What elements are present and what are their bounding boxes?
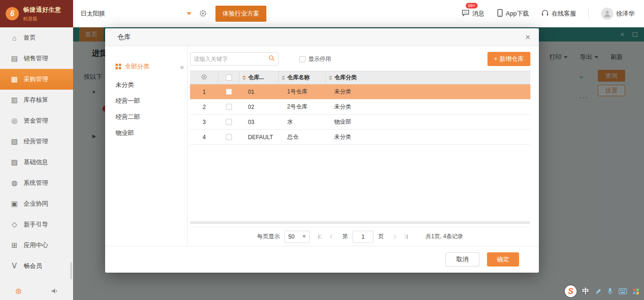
sogou-logo-icon[interactable]: S: [565, 285, 577, 297]
messages-button[interactable]: 99+ 消息: [462, 9, 485, 18]
cell-name: 2号仓库: [279, 100, 326, 114]
table-row[interactable]: 4 DEFAULT 总仓 未分类: [190, 130, 530, 145]
app-download-button[interactable]: App下载: [497, 9, 529, 18]
base-info-icon: ▨: [10, 158, 18, 167]
category-item[interactable]: 经营二部: [105, 109, 187, 125]
sidebar-item-funds[interactable]: ◎ 资金管理: [0, 110, 73, 131]
table-row[interactable]: 1 01 1号仓库 未分类: [190, 84, 530, 100]
page-number-input[interactable]: [353, 231, 373, 243]
table-header-row: 仓库... 仓库名称 仓库分类: [190, 71, 530, 84]
show-disabled-checkbox[interactable]: [299, 56, 305, 62]
category-item[interactable]: 未分类: [105, 77, 187, 93]
app-root: 6 畅捷通好生意 精显版 日太阳膜 体验行业方案 99+: [0, 0, 644, 300]
ime-toolbar: S 中: [565, 285, 639, 297]
all-categories-item[interactable]: 全部分类: [105, 62, 187, 71]
prev-page-icon[interactable]: [330, 234, 335, 239]
modal-body: 全部分类 « 未分类 经营一部 经营二部 物业部: [105, 46, 539, 246]
search-icon[interactable]: [268, 55, 275, 63]
sidebar-item-operations[interactable]: ▧ 经营管理: [0, 131, 73, 152]
cell-name: 1号仓库: [279, 84, 326, 99]
brand-logo-block: 6 畅捷通好生意 精显版: [0, 0, 73, 27]
cell-category: 未分类: [326, 100, 530, 114]
chevron-down-icon: [302, 235, 306, 238]
trial-solution-button[interactable]: 体验行业方案: [215, 6, 266, 22]
page-prefix: 第: [342, 233, 348, 241]
sidebar-item-system[interactable]: ◍ 系统管理: [0, 173, 73, 193]
row-checkbox[interactable]: [226, 119, 232, 125]
speaker-icon[interactable]: [51, 288, 58, 294]
category-item[interactable]: 物业部: [105, 125, 187, 141]
app-center-icon: ⊞: [10, 241, 18, 250]
headset-icon: [541, 9, 549, 18]
table-row[interactable]: 2 02 2号仓库 未分类: [190, 100, 530, 115]
row-checkbox[interactable]: [226, 104, 232, 110]
row-checkbox[interactable]: [226, 89, 232, 95]
sidebar-item-home[interactable]: ⌂ 首页: [0, 27, 73, 48]
select-all-checkbox[interactable]: [226, 75, 232, 81]
next-page-icon[interactable]: [392, 234, 396, 239]
collapse-panel-icon[interactable]: «: [180, 63, 184, 71]
per-page-select[interactable]: 50: [284, 231, 310, 243]
cancel-button[interactable]: 取消: [446, 252, 479, 267]
keyboard-icon[interactable]: [619, 288, 627, 294]
sidebar-item-inventory[interactable]: ▥ 库存核算: [0, 90, 73, 110]
sidebar-item-app-center[interactable]: ⊞ 应用中心: [0, 235, 73, 256]
all-categories-label: 全部分类: [125, 62, 149, 71]
sidebar-item-enterprise[interactable]: ▣ 企业协同: [0, 193, 73, 214]
funds-icon: ◎: [10, 117, 18, 125]
show-disabled-toggle[interactable]: 显示停用: [299, 55, 331, 63]
column-header-name[interactable]: 仓库名称: [279, 71, 326, 84]
pagination-nav: [318, 234, 334, 239]
add-warehouse-button[interactable]: + 新增仓库: [487, 52, 530, 66]
sidebar-item-sales[interactable]: ▤ 销售管理: [0, 48, 73, 69]
search-box: [190, 52, 279, 66]
guide-icon: ◇: [10, 220, 18, 229]
messages-count-badge: 99+: [465, 2, 478, 9]
sales-icon: ▤: [10, 54, 18, 63]
last-page-icon[interactable]: [403, 234, 408, 239]
grid-icon: [116, 64, 121, 69]
ime-mode-indicator[interactable]: 中: [582, 287, 589, 296]
store-select-value: 日太阳膜: [81, 9, 105, 18]
sidebar-item-purchase[interactable]: ▦ 采购管理: [0, 69, 73, 90]
pen-icon[interactable]: [595, 288, 602, 295]
close-icon[interactable]: ×: [525, 33, 530, 42]
sidebar-item-label: 库存核算: [24, 96, 48, 104]
brand-edition-badge: 精显版: [23, 16, 61, 22]
sort-icon[interactable]: [242, 75, 246, 80]
sidebar-item-label: 采购管理: [24, 75, 48, 83]
sidebar-item-guide[interactable]: ◇ 新手引导: [0, 214, 73, 235]
column-settings-header[interactable]: [190, 71, 218, 84]
chevron-down-icon: [187, 12, 191, 15]
header-divider: [588, 8, 589, 19]
store-select-dropdown[interactable]: 日太阳膜: [81, 9, 191, 18]
sidebar-item-member[interactable]: Ⅴ 畅会员: [0, 256, 73, 276]
sort-icon[interactable]: [329, 75, 332, 80]
sidebar-item-label: 畅会员: [24, 262, 42, 270]
online-service-button[interactable]: 在线客服: [541, 9, 576, 18]
horizontal-scrollbar[interactable]: [190, 221, 530, 224]
header-gear-icon[interactable]: [199, 9, 207, 17]
first-page-icon[interactable]: [318, 234, 323, 239]
sidebar-scrollbar-thumb[interactable]: [70, 262, 72, 279]
confirm-button[interactable]: 确定: [487, 252, 519, 267]
microphone-icon[interactable]: [607, 288, 613, 295]
user-menu[interactable]: 徐泽华: [601, 8, 635, 20]
row-checkbox[interactable]: [226, 134, 232, 140]
settings-gear-icon[interactable]: ⊛: [15, 286, 22, 296]
table-row[interactable]: 3 03 水 物业部: [190, 115, 530, 130]
messages-label: 消息: [472, 9, 485, 18]
sidebar-item-base-info[interactable]: ▨ 基础信息: [0, 152, 73, 173]
cell-code: 02: [239, 100, 279, 114]
phone-icon: [497, 9, 503, 18]
search-input[interactable]: [194, 56, 268, 62]
avatar: [601, 8, 613, 20]
sort-icon[interactable]: [281, 75, 285, 80]
column-header-category[interactable]: 仓库分类: [326, 71, 530, 84]
select-all-header: [218, 71, 239, 84]
column-header-code[interactable]: 仓库...: [239, 71, 279, 84]
category-item[interactable]: 经营一部: [105, 93, 187, 109]
row-index: 3: [190, 115, 218, 129]
sidebar-item-label: 首页: [24, 33, 36, 42]
toolbox-grid-icon[interactable]: [633, 288, 639, 295]
